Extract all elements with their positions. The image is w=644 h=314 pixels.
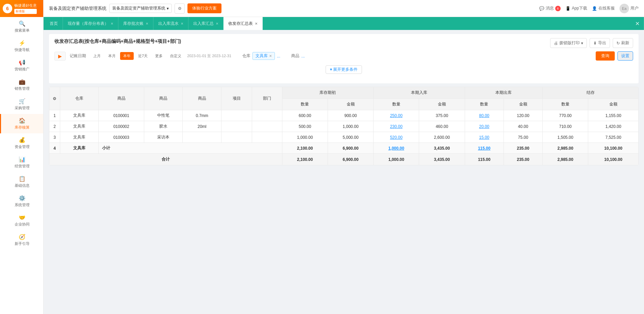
footer-out-amt: 235.00 bbox=[503, 154, 542, 165]
tab-batch[interactable]: 库存批次账 ✕ bbox=[118, 17, 153, 30]
row3-out-qty[interactable]: 15.00 bbox=[465, 132, 503, 143]
subtotal-out-qty[interactable]: 115.00 bbox=[465, 143, 503, 154]
footer-open-amt: 6,900.00 bbox=[328, 154, 373, 165]
tab-close-batch[interactable]: ✕ bbox=[146, 22, 148, 26]
row2-project bbox=[221, 121, 252, 132]
footer-in-qty: 1,000.00 bbox=[374, 154, 419, 165]
goods-label: 商品 bbox=[291, 53, 299, 59]
row2-out-qty[interactable]: 20.00 bbox=[465, 121, 503, 132]
footer-label: 合计 bbox=[49, 154, 282, 165]
filter-settings-button[interactable]: 设置 bbox=[617, 51, 633, 61]
date-btn-custom[interactable]: 自定义 bbox=[167, 52, 184, 60]
row2-bal-amt: 1,420.00 bbox=[588, 121, 639, 132]
arrow-expand-icon[interactable]: ▶ bbox=[58, 53, 62, 59]
warehouse-more-btn[interactable]: ... bbox=[277, 54, 280, 59]
tab-recv-send[interactable]: 收发存汇总表 ✕ bbox=[224, 17, 263, 30]
sidebar-item-purchase[interactable]: 🛒 采购管理 bbox=[0, 95, 43, 114]
footer-bal-qty: 2,985.00 bbox=[543, 154, 588, 165]
tab-inventory-dist[interactable]: 现存量（库存分布表） ✕ bbox=[63, 17, 118, 30]
warehouse-tag-close-btn[interactable]: ✕ bbox=[269, 54, 272, 58]
date-btn-more[interactable]: 更多 bbox=[152, 52, 166, 60]
row1-goods: 中性笔 bbox=[144, 110, 183, 121]
sidebar-item-finance[interactable]: 💰 资金管理 bbox=[0, 133, 43, 153]
tab-close-inventory-dist[interactable]: ✕ bbox=[111, 22, 113, 26]
export-button[interactable]: ⬇ 导出 bbox=[590, 38, 610, 48]
col-settings-header[interactable]: ⚙ bbox=[49, 87, 60, 110]
sidebar-item-inventory[interactable]: 🏠 库存核算 bbox=[0, 114, 43, 133]
sidebar-item-marketing[interactable]: 📢 营销推广 bbox=[0, 56, 43, 75]
tab-inout-flow[interactable]: 出入库流水 ✕ bbox=[153, 17, 188, 30]
date-btn-this-year[interactable]: 本年 bbox=[120, 52, 134, 60]
summary-table: ⚙ 仓库 商品 商品 商品 项目 部门 库存期初 本期入库 本期出库 结存 数量 bbox=[49, 87, 639, 165]
sales-icon: 💼 bbox=[19, 79, 26, 85]
col-project-header: 项目 bbox=[221, 87, 252, 110]
sidebar-logo: 6 畅捷通好生意 标准版 bbox=[0, 0, 43, 17]
row1-out-amt: 120.00 bbox=[503, 110, 542, 121]
row3-project bbox=[221, 132, 252, 143]
footer-row: 合计 2,100.00 6,900.00 1,000.00 3,435.00 1… bbox=[49, 154, 639, 165]
sidebar-item-business[interactable]: 📊 经营管理 bbox=[0, 153, 43, 172]
tab-inout-summary[interactable]: 出入库汇总 ✕ bbox=[188, 17, 224, 30]
trial-button[interactable]: 体验行业方案 bbox=[187, 3, 221, 13]
tab-home-label: 首页 bbox=[50, 21, 58, 27]
expand-icon: ▾ bbox=[330, 67, 332, 72]
sidebar-item-system[interactable]: ⚙️ 系统管理 bbox=[0, 192, 43, 211]
col-inbound-qty-header: 数量 bbox=[374, 99, 419, 110]
sidebar-item-search[interactable]: 🔍 搜索菜单 bbox=[0, 17, 43, 36]
app-download-button[interactable]: 📱 App下载 bbox=[565, 5, 587, 11]
row3-in-qty[interactable]: 520.00 bbox=[374, 132, 419, 143]
tab-close-all[interactable]: ✕ bbox=[631, 17, 644, 30]
sidebar-item-label: 新手引导 bbox=[15, 241, 30, 246]
tab-close-inout-flow[interactable]: ✕ bbox=[181, 22, 183, 26]
date-btn-last-month[interactable]: 上月 bbox=[90, 52, 104, 60]
sidebar-item-quick[interactable]: ⚡ 快捷导航 bbox=[0, 36, 43, 56]
col-opening-qty-header: 数量 bbox=[282, 99, 328, 110]
settings-button[interactable]: ⚙ bbox=[175, 3, 185, 14]
tab-close-recv-send[interactable]: ✕ bbox=[255, 22, 258, 26]
date-btn-this-month[interactable]: 本月 bbox=[105, 52, 119, 60]
expand-conditions-button[interactable]: ▾ 展开更多条件 bbox=[326, 65, 362, 74]
row1-out-qty[interactable]: 80.00 bbox=[465, 110, 503, 121]
goods-more-btn[interactable]: ... bbox=[301, 54, 305, 59]
tab-home[interactable]: 首页 bbox=[45, 17, 63, 30]
user-button[interactable]: Ea 用户 bbox=[620, 4, 639, 13]
subtotal-in-qty[interactable]: 1,000.00 bbox=[374, 143, 419, 154]
refresh-button[interactable]: ↻ 刷新 bbox=[613, 38, 633, 48]
print-button[interactable]: 🖨 拨锁版打印 ▾ bbox=[550, 38, 587, 48]
page-content: 收发存汇总表(按仓库+商品编码+商品+规格型号+项目+部门) 🖨 拨锁版打印 ▾… bbox=[44, 30, 644, 314]
tab-recv-send-label: 收发存汇总表 bbox=[228, 21, 253, 27]
table-settings-icon[interactable]: ⚙ bbox=[53, 96, 56, 101]
sidebar-item-basic[interactable]: 📋 基础信息 bbox=[0, 172, 43, 192]
logo-badge: 标准版 bbox=[14, 9, 37, 14]
sidebar-item-label: 企业协同 bbox=[15, 222, 30, 227]
row1-in-qty[interactable]: 250.00 bbox=[374, 110, 419, 121]
main-content: 装备及固定资产辅助管理系统 装备及固定资产辅助管理系统 ▾ ⚙ 体验行业方案 💬… bbox=[44, 0, 644, 314]
sidebar-item-sales[interactable]: 💼 销售管理 bbox=[0, 75, 43, 95]
data-table: ⚙ 仓库 商品 商品 商品 项目 部门 库存期初 本期入库 本期出库 结存 数量 bbox=[49, 87, 639, 165]
app-label: App下载 bbox=[572, 5, 587, 11]
sidebar-item-guide[interactable]: 🧭 新手引导 bbox=[0, 230, 43, 250]
system-dropdown[interactable]: 装备及固定资产辅助管理系统 ▾ bbox=[109, 4, 172, 13]
tab-close-inout-summary[interactable]: ✕ bbox=[216, 22, 218, 26]
subtotal-warehouse: 文具库 bbox=[60, 143, 99, 154]
row3-in-amt: 2,600.00 bbox=[419, 132, 465, 143]
row1-dept bbox=[252, 110, 282, 121]
print-icon: 🖨 bbox=[554, 41, 558, 46]
col-balance-amt-header: 金额 bbox=[588, 99, 639, 110]
message-button[interactable]: 💬 消息 6 bbox=[539, 5, 561, 11]
gear-icon: ⚙ bbox=[178, 6, 182, 11]
row1-code: 0100001 bbox=[98, 110, 144, 121]
date-filter-label: 记账日期 bbox=[70, 53, 86, 59]
warehouse-tag-text: 文具库 bbox=[255, 53, 268, 59]
query-button[interactable]: 查询 bbox=[596, 51, 615, 61]
row2-in-qty[interactable]: 230.00 bbox=[374, 121, 419, 132]
date-btn-7days[interactable]: 近7天 bbox=[135, 52, 151, 60]
sidebar-item-collab[interactable]: 🤝 企业协同 bbox=[0, 211, 43, 230]
app-icon: 📱 bbox=[565, 6, 571, 11]
col-goods-header: 商品 bbox=[144, 87, 183, 110]
message-label: 消息 bbox=[546, 5, 554, 11]
subtotal-open-qty: 2,100.00 bbox=[282, 143, 328, 154]
service-button[interactable]: 👤 在线客服 bbox=[592, 5, 615, 11]
col-opening-amt-header: 金额 bbox=[328, 99, 373, 110]
col-inbound-header: 本期入库 bbox=[374, 87, 465, 99]
